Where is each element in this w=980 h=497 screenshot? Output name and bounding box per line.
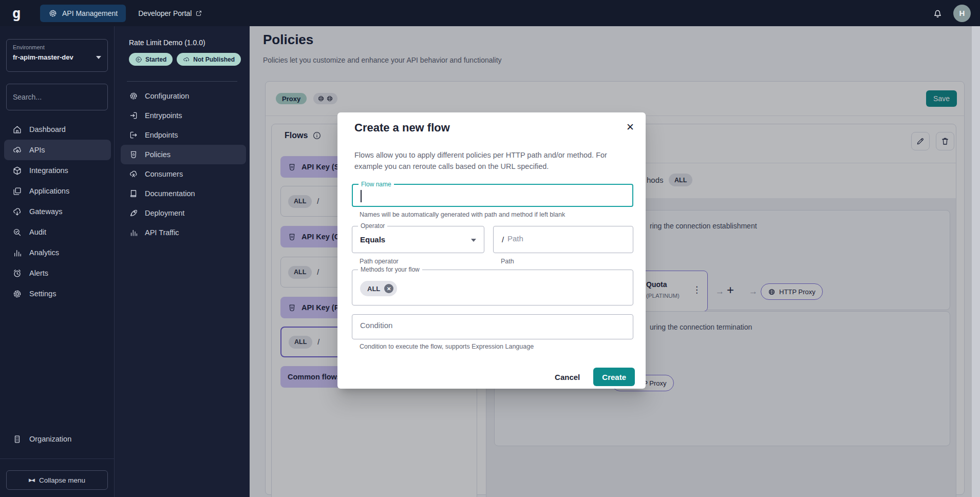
api-menu-configuration[interactable]: Configuration [115,86,250,106]
alarm-icon [12,269,22,278]
developer-portal-link[interactable]: Developer Portal [138,9,202,17]
sidebar-item-analytics[interactable]: Analytics [0,242,114,263]
scrollbar[interactable] [972,26,980,497]
flow-name-input[interactable] [360,189,627,202]
search-input[interactable] [13,93,106,101]
api-management-button[interactable]: API Management [40,5,126,22]
chevron-down-icon [96,56,101,59]
consumers-icon [129,169,138,179]
notifications-bell-icon[interactable] [932,8,943,18]
exit-icon [129,130,138,140]
sidebar-item-apis[interactable]: APIs [4,140,111,160]
sidebar-item-alerts[interactable]: Alerts [0,263,114,283]
building-icon [12,434,22,444]
divider [0,458,114,459]
flow-name-hint: Names will be automatically generated wi… [360,211,565,218]
flow-name-label: Flow name [359,181,394,188]
flow-name-field: Flow name [352,184,633,207]
api-menu-policies[interactable]: Policies [121,145,246,164]
method-chip-all: ALL ✕ [360,281,397,296]
api-sidebar: Rate Limit Demo (1.0.0) Started Not Publ… [114,26,250,497]
audit-search-icon [12,227,22,237]
apis-cloud-icon [12,145,22,155]
external-link-icon [195,10,202,17]
bar-chart-icon [12,248,22,258]
sidebar-item-audit[interactable]: Audit [0,222,114,242]
entry-icon [129,111,138,120]
methods-field[interactable]: Methods for your flow ALL ✕ [352,270,633,305]
gear-icon [12,289,22,299]
top-bar: g API Management Developer Portal H [0,0,980,26]
sidebar-item-dashboard[interactable]: Dashboard [0,119,114,140]
applications-icon [12,186,22,196]
path-field: / [493,226,633,253]
api-menu-entrypoints[interactable]: Entrypoints [115,106,250,125]
gravitee-logo[interactable]: g [12,6,28,20]
api-menu-deployment[interactable]: Deployment [115,203,250,223]
main-sidebar: Environment fr-apim-master-dev Dashboard… [0,26,114,497]
api-menu-endpoints[interactable]: Endpoints [115,125,250,145]
environment-value: fr-apim-master-dev [13,53,73,61]
operator-select[interactable]: Operator Equals [352,226,484,253]
create-flow-dialog: Create a new flow ✕ Flows allow you to a… [337,112,646,389]
api-title: Rate Limit Demo (1.0.0) [129,39,205,47]
path-input[interactable] [507,234,626,243]
sidebar-item-organization[interactable]: Organization [0,429,114,449]
collapse-menu-button[interactable]: ▶◀ Collapse menu [6,470,108,490]
sidebar-item-settings[interactable]: Settings [0,283,114,304]
sidebar-nav: Dashboard APIs Integrations Applications… [0,119,114,304]
gear-icon [129,91,138,101]
sidebar-search [6,84,108,110]
gear-icon [48,9,58,18]
path-hint: Path [501,258,514,265]
api-nav: Configuration Entrypoints Endpoints Poli… [115,86,250,242]
dialog-description: Flows allow you to apply different polic… [354,149,624,172]
path-prefix: / [502,235,504,244]
condition-hint: Condition to execute the flow, supports … [360,343,534,350]
dialog-title: Create a new flow [354,121,450,135]
status-badge-not-published: Not Published [177,53,241,66]
close-icon[interactable]: ✕ [623,120,637,134]
home-icon [12,125,22,135]
cloud-icon [183,56,190,63]
environment-selector[interactable]: Environment fr-apim-master-dev [6,39,108,72]
book-icon [129,189,138,198]
divider [127,81,237,82]
api-menu-consumers[interactable]: Consumers [115,164,250,184]
sidebar-item-integrations[interactable]: Integrations [0,160,114,181]
rocket-icon [129,208,138,218]
environment-label: Environment [13,44,101,50]
collapse-icon: ▶◀ [29,477,34,483]
create-button[interactable]: Create [593,368,635,386]
api-menu-api-traffic[interactable]: API Traffic [115,223,250,242]
shield-icon [129,150,138,159]
sidebar-item-gateways[interactable]: Gateways [0,201,114,222]
operator-label: Operator [358,222,387,230]
gateway-cloud-icon [12,207,22,217]
condition-field [352,314,633,339]
operator-value: Equals [360,235,385,244]
operator-hint: Path operator [360,258,399,265]
condition-input[interactable] [360,321,625,330]
cancel-button[interactable]: Cancel [555,373,580,381]
api-management-label: API Management [62,9,118,17]
user-avatar[interactable]: H [953,5,971,22]
play-circle-icon [135,56,142,63]
api-menu-documentation[interactable]: Documentation [115,184,250,203]
chevron-down-icon [471,239,476,242]
remove-chip-icon[interactable]: ✕ [384,284,393,293]
sidebar-item-applications[interactable]: Applications [0,181,114,201]
developer-portal-label: Developer Portal [138,9,192,17]
cube-icon [12,166,22,176]
methods-label: Methods for your flow [358,266,422,273]
status-badge-started: Started [129,53,173,66]
bar-chart-icon [129,228,138,237]
